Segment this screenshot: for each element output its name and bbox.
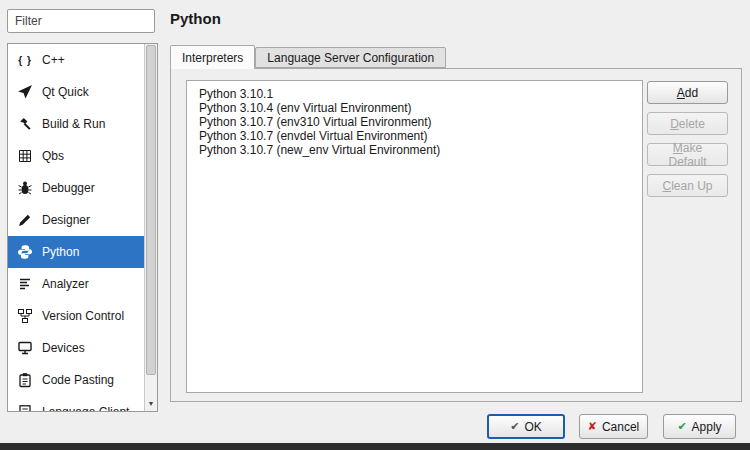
cancel-label: Cancel <box>602 420 639 434</box>
cancel-cross-icon: ✘ <box>588 421 597 432</box>
sidebar-item-qt-quick[interactable]: Qt Quick <box>8 76 144 108</box>
analyzer-icon <box>16 275 34 293</box>
ok-button[interactable]: ✔ OK <box>487 414 565 439</box>
interpreter-item[interactable]: Python 3.10.4 (env Virtual Environment) <box>187 101 642 115</box>
sidebar-item-version-control[interactable]: Version Control <box>8 300 144 332</box>
apply-button[interactable]: ✔ Apply <box>663 414 736 439</box>
sidebar-item-devices[interactable]: Devices <box>8 332 144 364</box>
sidebar-item-label: Designer <box>42 213 90 227</box>
sidebar-item-designer[interactable]: Designer <box>8 204 144 236</box>
settings-category-list: { } C++ Qt Quick Build & Run Qbs D <box>7 43 158 412</box>
sidebar-item-label: Qt Quick <box>42 85 89 99</box>
make-default-button: Make Default <box>647 143 728 166</box>
apply-check-icon: ✔ <box>677 421 686 432</box>
sidebar-item-analyzer[interactable]: Analyzer <box>8 268 144 300</box>
tab-label: Interpreters <box>182 51 243 65</box>
sidebar-item-cpp[interactable]: { } C++ <box>8 44 144 76</box>
interpreter-item[interactable]: Python 3.10.7 (new_env Virtual Environme… <box>187 143 642 157</box>
sidebar-item-label: Version Control <box>42 309 124 323</box>
designer-icon <box>16 211 34 229</box>
sidebar-item-language-client[interactable]: Language Client <box>8 396 144 412</box>
add-button[interactable]: Add <box>647 81 728 104</box>
code-pasting-icon <box>16 371 34 389</box>
sidebar-item-label: Language Client <box>42 405 129 412</box>
sidebar-scrollbar[interactable]: ▼ <box>144 44 157 411</box>
sidebar-item-build-run[interactable]: Build & Run <box>8 108 144 140</box>
sidebar-item-label: Debugger <box>42 181 95 195</box>
ok-label: OK <box>524 420 541 434</box>
interpreter-list[interactable]: Python 3.10.1 Python 3.10.4 (env Virtual… <box>186 80 643 393</box>
sidebar-items: { } C++ Qt Quick Build & Run Qbs D <box>8 44 144 412</box>
debugger-icon <box>16 179 34 197</box>
cpp-icon: { } <box>16 51 34 69</box>
interpreter-actions: Add Delete Make Default Clean Up <box>647 81 728 205</box>
page-title: Python <box>170 10 221 27</box>
filter-input[interactable] <box>7 9 155 33</box>
window-bottom-edge <box>0 443 750 450</box>
python-icon <box>16 243 34 261</box>
qbs-icon <box>16 147 34 165</box>
sidebar-item-qbs[interactable]: Qbs <box>8 140 144 172</box>
scrollbar-thumb[interactable] <box>146 45 156 375</box>
delete-button: Delete <box>647 112 728 135</box>
sidebar-item-python[interactable]: Python <box>8 236 144 268</box>
ok-check-icon: ✔ <box>510 421 519 432</box>
tab-bar: Interpreters Language Server Configurati… <box>170 45 446 69</box>
sidebar-item-label: Python <box>42 245 79 259</box>
devices-icon <box>16 339 34 357</box>
cancel-button[interactable]: ✘ Cancel <box>579 414 648 439</box>
version-control-icon <box>16 307 34 325</box>
sidebar-item-label: Analyzer <box>42 277 89 291</box>
build-run-icon <box>16 115 34 133</box>
qt-quick-icon <box>16 83 34 101</box>
sidebar-item-label: Build & Run <box>42 117 105 131</box>
sidebar-item-debugger[interactable]: Debugger <box>8 172 144 204</box>
sidebar-item-label: Devices <box>42 341 85 355</box>
language-client-icon <box>16 403 34 412</box>
tab-label: Language Server Configuration <box>267 51 434 65</box>
interpreter-item[interactable]: Python 3.10.7 (env310 Virtual Environmen… <box>187 115 642 129</box>
interpreter-item[interactable]: Python 3.10.7 (envdel Virtual Environmen… <box>187 129 642 143</box>
apply-label: Apply <box>692 420 722 434</box>
sidebar-item-label: Code Pasting <box>42 373 114 387</box>
scrollbar-down-arrow-icon[interactable]: ▼ <box>145 396 157 410</box>
sidebar-item-label: Qbs <box>42 149 64 163</box>
clean-up-button: Clean Up <box>647 174 728 197</box>
tab-language-server-configuration[interactable]: Language Server Configuration <box>255 47 446 68</box>
sidebar-item-code-pasting[interactable]: Code Pasting <box>8 364 144 396</box>
interpreter-item[interactable]: Python 3.10.1 <box>187 87 642 101</box>
tab-interpreters[interactable]: Interpreters <box>170 45 255 69</box>
sidebar-item-label: C++ <box>42 53 65 67</box>
